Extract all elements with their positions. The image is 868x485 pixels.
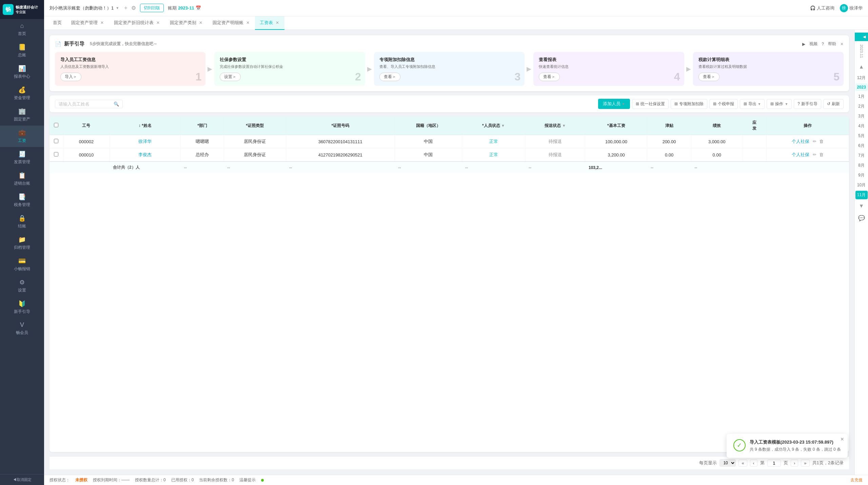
toast-success-icon: ✓ xyxy=(733,439,746,451)
edit-icon[interactable]: ✏ xyxy=(813,139,816,144)
month-12[interactable]: 12月 xyxy=(855,74,868,82)
period-info: 账期 2023-11 📅 xyxy=(168,5,201,11)
guide-step-btn-5[interactable]: 查看＞ xyxy=(698,73,719,81)
sidebar-item-reports[interactable]: 📊报表中心 xyxy=(0,61,44,83)
year-2023[interactable]: 2023 xyxy=(855,83,868,91)
month-10[interactable]: 10月 xyxy=(855,181,868,189)
toolbar-btn-tax-report[interactable]: ⊞个税申报 xyxy=(709,99,738,109)
sidebar-item-purchase-sales[interactable]: 📋进销台账 xyxy=(0,168,44,190)
month-9[interactable]: 9月 xyxy=(855,171,868,180)
delete-icon[interactable]: 🗑 xyxy=(819,152,824,157)
invoices-nav-icon: 🧾 xyxy=(18,150,26,158)
charge-link[interactable]: 去充值 xyxy=(850,477,863,483)
personal-social-insurance-link[interactable]: 个人社保 xyxy=(792,139,809,144)
calendar-icon[interactable]: 📅 xyxy=(196,5,201,11)
toolbar-btn-export[interactable]: ⊞导出▼ xyxy=(740,99,765,109)
export-icon: ⊞ xyxy=(744,101,747,106)
guide-close-icon[interactable]: ✕ xyxy=(840,42,844,46)
toolbar-btn-guide[interactable]: ?新手引导 xyxy=(794,99,821,109)
toolbar-btn-special-deduction[interactable]: ⊞专项附加扣除 xyxy=(671,99,707,109)
month-11[interactable]: 11月 xyxy=(855,191,868,199)
switch-version-btn[interactable]: 切到旧版 xyxy=(140,4,164,12)
toast-title: 导入工资表模板(2023-03-23 15:07:59.897) xyxy=(750,439,841,445)
top-bar-actions: ＋ ⚙ xyxy=(123,4,136,12)
panel-down-btn[interactable]: ▼ xyxy=(856,201,867,211)
guide-step-btn-4[interactable]: 查看＞ xyxy=(539,73,560,81)
user-info[interactable]: 徐 徐泽华 xyxy=(840,4,863,12)
sidebar-item-expense[interactable]: 💳小畅报销 xyxy=(0,254,44,275)
tab-close-fixed-depreciation[interactable]: ✕ xyxy=(156,20,160,25)
account-selector[interactable]: 刘小艳演示账套（勿删勿动！）1 ▼ xyxy=(50,5,119,11)
toolbar-btn-operations[interactable]: ⊞操作▼ xyxy=(767,99,792,109)
salary-table: 工号 ↕ *姓名 *部门 *证照类型 *证照号码 国籍（地区） *人员状态 ▼ … xyxy=(50,116,849,173)
home-nav-icon: ⌂ xyxy=(20,22,24,30)
row-checkbox[interactable] xyxy=(54,139,58,143)
toolbar-btn-refresh[interactable]: ↺刷新 xyxy=(823,99,844,109)
sidebar-item-salary[interactable]: 💼工资 xyxy=(0,126,44,147)
video-icon: ▶ xyxy=(802,42,805,46)
select-all-checkbox[interactable] xyxy=(54,123,58,127)
add-person-btn[interactable]: 添加人员 ▼ xyxy=(598,99,630,109)
employee-name-link[interactable]: 李俊杰 xyxy=(138,152,152,157)
page-size-select[interactable]: 10 20 50 xyxy=(719,459,736,467)
last-page-btn[interactable]: » xyxy=(801,460,809,467)
month-4[interactable]: 4月 xyxy=(855,122,868,130)
panel-collapse-btn[interactable]: ◀ xyxy=(855,33,868,41)
prev-page-btn[interactable]: ‹ xyxy=(750,460,757,467)
month-1[interactable]: 1月 xyxy=(855,92,868,101)
month-3[interactable]: 3月 xyxy=(855,112,868,120)
search-icon[interactable]: 🔍 xyxy=(114,101,119,107)
sidebar-item-fixed-assets[interactable]: 🏢固定资产 xyxy=(0,104,44,126)
sidebar-item-archive[interactable]: 📁归档管理 xyxy=(0,232,44,254)
sidebar-item-home[interactable]: ⌂首页 xyxy=(0,19,44,40)
settings-icon[interactable]: ⚙ xyxy=(131,5,136,11)
panel-feedback-icon[interactable]: 💬 xyxy=(856,213,867,224)
cancel-fixed-btn[interactable]: ◀取消固定 xyxy=(0,474,44,485)
tab-salary[interactable]: 工资表✕ xyxy=(255,16,284,30)
guide-step-btn-3[interactable]: 查看＞ xyxy=(379,73,400,81)
next-page-btn[interactable]: › xyxy=(791,460,798,467)
ai-consult-btn[interactable]: 🎧 人工咨询 xyxy=(810,5,834,11)
personal-social-insurance-link[interactable]: 个人社保 xyxy=(792,152,809,157)
month-6[interactable]: 6月 xyxy=(855,142,868,150)
month-7[interactable]: 7月 xyxy=(855,151,868,160)
user-avatar-icon: 徐 xyxy=(840,4,848,12)
sidebar-item-guide[interactable]: 🔰新手引导 xyxy=(0,297,44,318)
tab-fixed-detail[interactable]: 固定资产明细账✕ xyxy=(208,16,255,30)
sidebar-item-ledger[interactable]: 📒总账 xyxy=(0,40,44,61)
add-account-icon[interactable]: ＋ xyxy=(123,4,129,12)
tab-fixed-depreciation[interactable]: 固定资产折旧统计表✕ xyxy=(109,16,165,30)
tab-home[interactable]: 首页 xyxy=(48,16,66,30)
export-dropdown-icon: ▼ xyxy=(758,102,761,106)
search-input[interactable] xyxy=(59,101,112,107)
tab-close-fixed-detail[interactable]: ✕ xyxy=(245,20,250,25)
sidebar-item-tax[interactable]: 📑税务管理 xyxy=(0,190,44,211)
table-header: 工号 ↕ *姓名 *部门 *证照类型 *证照号码 国籍（地区） *人员状态 ▼ … xyxy=(50,116,849,135)
panel-up-btn[interactable]: ▲ xyxy=(856,61,867,72)
toast-close-btn[interactable]: ✕ xyxy=(840,436,844,442)
guide-arrow-1: ▶ xyxy=(205,65,214,73)
guide-step-btn-2[interactable]: 设置＞ xyxy=(220,73,241,81)
month-5[interactable]: 5月 xyxy=(855,132,868,140)
guide-step-btn-1[interactable]: 导入＞ xyxy=(60,73,81,81)
tab-fixed-assets[interactable]: 固定资产管理✕ xyxy=(66,16,109,30)
page-number-input[interactable] xyxy=(767,460,781,467)
sidebar-item-close[interactable]: 🔒结账 xyxy=(0,211,44,232)
summary-row: 合计共（2）人 ------------ 103,2... ---- xyxy=(50,162,849,173)
first-page-btn[interactable]: « xyxy=(738,460,747,467)
tab-close-fixed-category[interactable]: ✕ xyxy=(198,20,203,25)
tab-fixed-category[interactable]: 固定资产类别✕ xyxy=(165,16,208,30)
sidebar-item-member[interactable]: V畅会员 xyxy=(0,318,44,339)
month-8[interactable]: 8月 xyxy=(855,161,868,170)
row-checkbox[interactable] xyxy=(54,152,58,156)
edit-icon[interactable]: ✏ xyxy=(813,152,816,157)
tab-close-fixed-assets[interactable]: ✕ xyxy=(100,20,104,25)
sidebar-item-settings[interactable]: ⚙设置 xyxy=(0,275,44,297)
employee-name-link[interactable]: 徐泽华 xyxy=(138,139,152,144)
sidebar-item-funds[interactable]: 💰资金管理 xyxy=(0,83,44,104)
toolbar-btn-social-insurance[interactable]: ⊞统一社保设置 xyxy=(632,99,669,109)
sidebar-item-invoices[interactable]: 🧾发票管理 xyxy=(0,147,44,168)
tab-close-salary[interactable]: ✕ xyxy=(275,20,280,25)
delete-icon[interactable]: 🗑 xyxy=(819,139,824,144)
month-2[interactable]: 2月 xyxy=(855,102,868,111)
